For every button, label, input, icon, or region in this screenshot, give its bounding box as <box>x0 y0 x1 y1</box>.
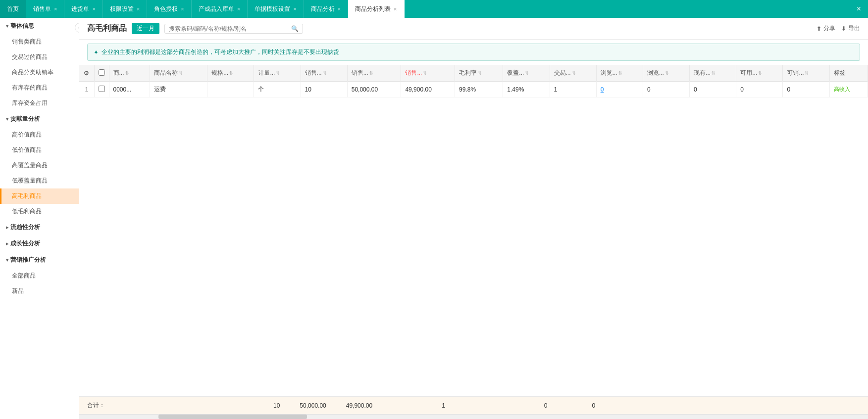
col-name[interactable]: 商品名称 ⇅ <box>150 65 207 82</box>
sidebar: « ▾ 整体信息 销售类商品 交易过的商品 商品分类助销率 有库存的商品 库存资… <box>0 18 79 419</box>
row-checkbox-cell <box>94 82 109 97</box>
row-browse1[interactable]: 0 <box>596 82 643 97</box>
sort-icon-salesqty: ⇅ <box>323 71 327 76</box>
sort-icon-transaction: ⇅ <box>572 71 576 76</box>
nav-home[interactable]: 首页 <box>0 0 26 18</box>
sidebar-item-low-value[interactable]: 低价值商品 <box>0 142 79 158</box>
col-browse2[interactable]: 浏览... ⇅ <box>643 65 689 82</box>
col-settings[interactable]: ⚙ <box>79 65 94 82</box>
content-header: 高毛利商品 近一月 🔍 ⬆ 分享 ⬇ 导出 <box>79 18 868 40</box>
sidebar-group-overall[interactable]: ▾ 整体信息 <box>0 18 79 34</box>
col-spec[interactable]: 规格... ⇅ <box>207 65 254 82</box>
content-area: 高毛利商品 近一月 🔍 ⬆ 分享 ⬇ 导出 <box>79 18 868 419</box>
col-saleable[interactable]: 可销... ⇅ <box>783 65 829 82</box>
search-icon[interactable]: 🔍 <box>291 25 299 32</box>
col-tag[interactable]: 标签 <box>829 65 868 82</box>
horizontal-scrollbar[interactable] <box>79 414 868 419</box>
total-current: 0 <box>544 402 548 409</box>
arrow-down-icon-2: ▾ <box>6 116 8 122</box>
sort-icon-saleable: ⇅ <box>805 71 809 76</box>
data-table-container: ⚙ 商... ⇅ <box>79 65 868 396</box>
col-gross-margin[interactable]: 毛利率 ⇅ <box>455 65 503 82</box>
total-available: 0 <box>592 402 596 409</box>
nav-role-auth[interactable]: 角色授权 × <box>147 0 191 18</box>
sidebar-item-new-goods[interactable]: 新品 <box>0 283 79 299</box>
arrow-right-icon: ▸ <box>6 225 8 230</box>
nav-product-analysis-close[interactable]: × <box>338 6 341 12</box>
total-transaction: 1 <box>442 402 445 409</box>
nav-purchase-order-close[interactable]: × <box>92 6 95 12</box>
nav-product-inbound[interactable]: 产成品入库单 × <box>192 0 248 18</box>
col-coverage[interactable]: 覆盖... ⇅ <box>503 65 550 82</box>
window-close-button[interactable]: × <box>850 4 868 13</box>
arrow-right-icon-2: ▸ <box>6 241 8 246</box>
nav-product-analysis[interactable]: 商品分析 × <box>304 0 348 18</box>
nav-sales-order[interactable]: 销售单 × <box>26 0 64 18</box>
col-available[interactable]: 可用... ⇅ <box>736 65 783 82</box>
col-sales-amount[interactable]: 销售... ⇅ <box>347 65 401 82</box>
sidebar-item-all-goods[interactable]: 全部商品 <box>0 268 79 283</box>
sidebar-item-sales-goods[interactable]: 销售类商品 <box>0 34 79 49</box>
sidebar-group-flow[interactable]: ▸ 流趋性分析 <box>0 219 79 235</box>
nav-permission-settings[interactable]: 权限设置 × <box>103 0 147 18</box>
row-available: 0 <box>736 82 783 97</box>
total-sales-cost: 49,900.00 <box>346 402 372 409</box>
nav-product-inbound-close[interactable]: × <box>237 6 240 12</box>
row-sales-qty: 10 <box>301 82 347 97</box>
row-num: 1 <box>79 82 94 97</box>
nav-product-analysis-list-close[interactable]: × <box>394 6 397 12</box>
nav-purchase-order[interactable]: 进货单 × <box>64 0 102 18</box>
row-checkbox[interactable] <box>99 86 105 92</box>
sidebar-item-low-coverage[interactable]: 低覆盖量商品 <box>0 173 79 188</box>
nav-product-analysis-list[interactable]: 商品分析列表 × <box>348 0 404 18</box>
row-unit: 个 <box>254 82 301 97</box>
sidebar-item-stocked-goods[interactable]: 有库存的商品 <box>0 80 79 95</box>
sidebar-item-high-margin[interactable]: 高毛利商品 <box>0 188 79 204</box>
total-label: 合计： <box>87 401 105 410</box>
sidebar-item-high-coverage[interactable]: 高覆盖量商品 <box>0 158 79 173</box>
total-values: 10 50,000.00 49,900.00 1 0 0 <box>115 402 860 409</box>
tag-high-income: 高收入 <box>834 86 850 92</box>
export-button[interactable]: ⬇ 导出 <box>841 24 860 33</box>
sort-icon-salescost: ⇅ <box>423 71 427 76</box>
nav-template-settings[interactable]: 单据模板设置 × <box>248 0 304 18</box>
footer-total: 合计： 10 50,000.00 49,900.00 1 0 0 <box>79 396 868 414</box>
col-browse1[interactable]: 浏览... ⇅ <box>596 65 643 82</box>
time-filter-button[interactable]: 近一月 <box>132 23 159 34</box>
col-sales-qty[interactable]: 销售... ⇅ <box>301 65 347 82</box>
nav-template-settings-close[interactable]: × <box>293 6 296 12</box>
nav-role-auth-close[interactable]: × <box>181 6 184 12</box>
row-saleable: 0 <box>783 82 829 97</box>
export-icon: ⬇ <box>841 25 846 32</box>
sidebar-item-low-margin[interactable]: 低毛利商品 <box>0 204 79 219</box>
search-input[interactable] <box>169 25 291 32</box>
select-all-checkbox[interactable] <box>99 69 105 76</box>
data-table: ⚙ 商... ⇅ <box>79 65 868 97</box>
sidebar-item-category-rate[interactable]: 商品分类助销率 <box>0 65 79 80</box>
search-box: 🔍 <box>164 24 303 34</box>
row-browse2: 0 <box>643 82 689 97</box>
col-sales-cost[interactable]: 销售... ⇅ <box>401 65 455 82</box>
sidebar-group-growth[interactable]: ▸ 成长性分析 <box>0 235 79 252</box>
sort-icon-browse1: ⇅ <box>618 71 622 76</box>
col-transaction[interactable]: 交易... ⇅ <box>550 65 596 82</box>
col-code[interactable]: 商... ⇅ <box>109 65 150 82</box>
sidebar-group-contribution[interactable]: ▾ 贡献量分析 <box>0 111 79 127</box>
scrollbar-thumb[interactable] <box>158 415 307 419</box>
nav-sales-order-close[interactable]: × <box>54 6 57 12</box>
table-row: 1 0000... 运费 个 10 50,000.00 49,900.00 99 <box>79 82 868 97</box>
col-current[interactable]: 现有... ⇅ <box>690 65 736 82</box>
row-sales-amount: 50,000.00 <box>347 82 401 97</box>
settings-icon[interactable]: ⚙ <box>84 70 89 77</box>
table-header-row: ⚙ 商... ⇅ <box>79 65 868 82</box>
sidebar-item-traded-goods[interactable]: 交易过的商品 <box>0 49 79 65</box>
col-unit[interactable]: 计量... ⇅ <box>254 65 301 82</box>
row-transaction: 1 <box>550 82 596 97</box>
sidebar-item-high-value[interactable]: 高价值商品 <box>0 127 79 142</box>
nav-permission-settings-close[interactable]: × <box>137 6 140 12</box>
share-button[interactable]: ⬆ 分享 <box>817 24 835 33</box>
sidebar-group-marketing[interactable]: ▾ 营销推广分析 <box>0 252 79 268</box>
sidebar-item-inventory-capital[interactable]: 库存资金占用 <box>0 95 79 111</box>
info-icon: ✦ <box>94 49 99 56</box>
total-sales-qty: 10 <box>273 402 280 409</box>
